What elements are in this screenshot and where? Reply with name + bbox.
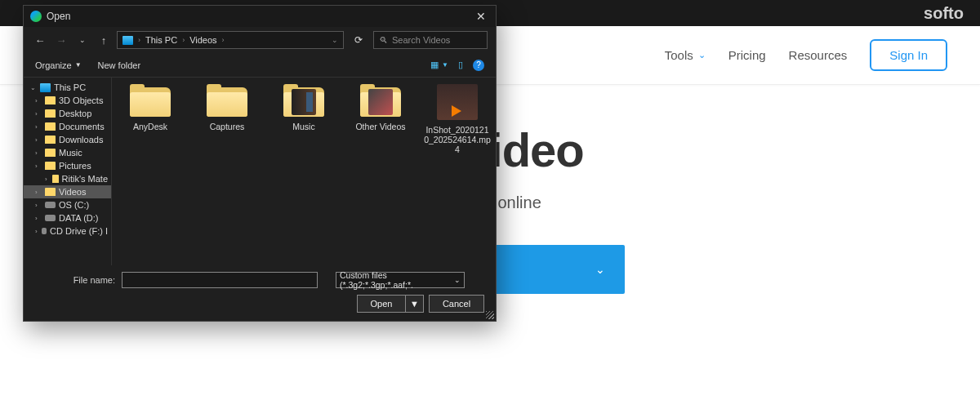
up-button[interactable]: ↑ [96,34,112,47]
sidebar-item[interactable]: ›Documents [24,120,111,133]
file-item-folder[interactable]: Other Videos [347,84,414,131]
drive-icon [45,215,56,221]
search-icon: 🔍︎ [379,35,388,45]
caret-right-icon[interactable]: › [35,97,42,104]
refresh-button[interactable]: ⟳ [349,34,368,46]
file-item-label: AnyDesk [133,122,167,131]
folder-icon [45,149,56,157]
folder-icon [283,84,324,117]
new-folder-button[interactable]: New folder [98,60,141,70]
dialog-sidebar: ⌄This PC›3D Objects›Desktop›Documents›Do… [24,78,112,265]
drive-icon [42,228,47,234]
organize-label: Organize [35,60,72,70]
nav-tools[interactable]: Tools ⌄ [665,48,706,62]
breadcrumb-sep-icon: › [222,36,225,44]
edge-icon [30,11,42,22]
caret-right-icon[interactable]: › [45,176,49,183]
file-item-label: Captures [210,122,245,131]
caret-right-icon[interactable]: › [35,189,42,196]
nav-pricing[interactable]: Pricing [728,48,766,62]
sidebar-item[interactable]: ›DATA (D:) [24,211,111,225]
filter-label: Custom files (*.3g2;*.3gp;*.aaf;*. [340,270,454,290]
nav-resources[interactable]: Resources [789,48,848,62]
file-name-label: File name: [33,275,115,285]
file-type-filter[interactable]: Custom files (*.3g2;*.3gp;*.aaf;*. ⌄ [336,272,465,288]
sidebar-item[interactable]: ›Pictures [24,159,111,172]
organize-menu[interactable]: Organize ▼ [35,60,82,70]
dialog-nav-row: ← → ⌄ ↑ › This PC › Videos › ⌄ ⟳ 🔍︎ Sear… [24,27,496,53]
pc-icon [40,83,51,92]
dialog-titlebar[interactable]: Open ✕ [24,6,496,27]
folder-icon [45,109,56,118]
dialog-content: AnyDeskCapturesMusicOther VideosInShot_2… [112,78,496,265]
search-input[interactable]: 🔍︎ Search Videos [373,31,488,49]
caret-right-icon[interactable]: › [35,136,42,144]
breadcrumb-sep-icon: › [138,36,140,44]
nav-tools-label: Tools [665,48,693,62]
sidebar-item-label: This PC [54,82,86,92]
drive-icon [45,202,56,208]
file-item-video[interactable]: InShot_20201210_202524614.mp4 [424,84,491,154]
sidebar-item[interactable]: ⌄This PC [24,81,111,94]
caret-right-icon[interactable]: › [35,215,42,222]
dialog-title: Open [47,11,70,22]
breadcrumb-folder[interactable]: Videos [189,35,216,45]
breadcrumb-root[interactable]: This PC [145,35,177,45]
file-item-folder[interactable]: Music [270,84,337,131]
sidebar-item[interactable]: ›3D Objects [24,94,111,107]
cancel-button[interactable]: Cancel [429,295,484,313]
brand-logo: softo [924,4,964,23]
caret-right-icon[interactable]: › [35,162,42,170]
sidebar-item-label: Music [59,148,82,158]
forward-button[interactable]: → [53,34,69,47]
sidebar-item-label: Documents [59,122,105,131]
file-item-label: Music [292,122,314,131]
sidebar-item[interactable]: ›CD Drive (F:) I [24,225,111,238]
view-options-button[interactable]: ▦ ▼ [430,60,448,70]
caret-down-icon[interactable]: ⌄ [30,84,37,91]
sidebar-item-label: Downloads [59,135,103,144]
breadcrumb-dropdown-icon[interactable]: ⌄ [332,36,338,44]
folder-icon [45,188,56,196]
folder-icon [45,162,56,170]
file-item-folder[interactable]: Captures [194,84,261,131]
caret-right-icon[interactable]: › [35,149,42,157]
caret-right-icon[interactable]: › [35,110,42,118]
caret-right-icon[interactable]: › [35,228,38,235]
sidebar-item-label: Ritik's Mate [62,174,109,184]
file-item-label: InShot_20201210_202524614.mp4 [424,125,491,154]
file-name-input[interactable] [122,272,318,288]
chevron-down-icon: ⌄ [698,50,706,60]
help-icon[interactable]: ? [473,60,484,71]
recent-locations-chevron[interactable]: ⌄ [74,36,91,44]
dialog-toolbar: Organize ▼ New folder ▦ ▼ ▯ ? [24,53,496,78]
folder-icon [45,136,56,144]
preview-pane-button[interactable]: ▯ [458,60,463,70]
caret-right-icon[interactable]: › [35,123,42,131]
sidebar-item[interactable]: ›OS (C:) [24,198,111,211]
sidebar-item-label: Videos [59,187,86,197]
chevron-down-icon[interactable]: ⌄ [595,263,605,276]
video-icon [437,84,478,120]
sidebar-item[interactable]: ›Videos [24,185,111,198]
breadcrumb[interactable]: › This PC › Videos › ⌄ [117,31,344,49]
chevron-down-icon: ⌄ [454,276,461,284]
folder-icon [45,96,56,104]
sign-in-button[interactable]: Sign In [870,39,947,71]
open-button[interactable]: Open [357,295,406,313]
sidebar-item-label: CD Drive (F:) I [50,226,108,236]
sidebar-item-label: OS (C:) [59,200,89,210]
resize-grip[interactable] [486,311,494,319]
open-button-dropdown[interactable]: ▼ [406,295,424,313]
chevron-down-icon: ▼ [75,61,82,69]
back-button[interactable]: ← [32,34,48,47]
sidebar-item[interactable]: ›Music [24,146,111,159]
search-placeholder: Search Videos [392,35,450,45]
sidebar-item[interactable]: ›Desktop [24,107,111,120]
caret-right-icon[interactable]: › [35,202,42,209]
sidebar-item[interactable]: ›Ritik's Mate [24,172,111,185]
breadcrumb-sep-icon: › [182,36,185,44]
sidebar-item[interactable]: ›Downloads [24,133,111,146]
file-item-folder[interactable]: AnyDesk [117,84,184,131]
close-icon[interactable]: ✕ [473,10,489,23]
